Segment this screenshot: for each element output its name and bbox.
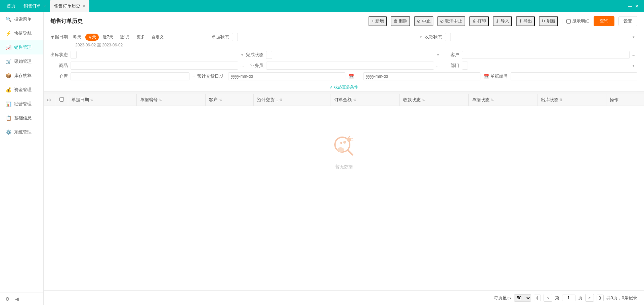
customer-label: 客户 bbox=[442, 52, 462, 58]
sidebar-item-basic-info[interactable]: 📋 基础信息 bbox=[0, 111, 43, 125]
sidebar-item-search-menu[interactable]: 🔍 搜索菜单 bbox=[0, 12, 43, 26]
close-window-button[interactable]: ✕ bbox=[635, 4, 639, 9]
product-label: 商品 bbox=[50, 63, 71, 69]
svg-point-4 bbox=[337, 147, 344, 152]
filter-group-customer: 客户 ··· bbox=[442, 51, 637, 59]
top-bar-right: — ✕ bbox=[628, 4, 641, 9]
date-tab-custom[interactable]: 自定义 bbox=[149, 34, 166, 41]
sidebar-item-operations[interactable]: 📊 经营管理 bbox=[0, 97, 43, 111]
department-select-wrapper bbox=[462, 62, 637, 70]
sidebar-item-system[interactable]: ⚙️ 系统管理 bbox=[0, 125, 43, 139]
date-tab-7days[interactable]: 近7天 bbox=[100, 34, 116, 41]
sidebar-item-quick-nav[interactable]: ⚡ 快捷导航 bbox=[0, 26, 43, 40]
print-button[interactable]: 🖨 打印 bbox=[469, 16, 489, 26]
empty-state: 暂无数据 bbox=[44, 106, 644, 197]
tab-sales-order[interactable]: 销售订单 ✕ bbox=[19, 0, 50, 12]
date-end-calendar-icon[interactable]: 📅 bbox=[482, 74, 490, 79]
close-history-tab[interactable]: ✕ bbox=[82, 4, 85, 8]
sidebar-label-system: 系统管理 bbox=[14, 129, 32, 135]
payment-status-select[interactable] bbox=[445, 33, 451, 41]
date-column-header[interactable]: 单据日期 ⇅ bbox=[68, 94, 137, 106]
product-input[interactable] bbox=[71, 62, 238, 70]
empty-text: 暂无数据 bbox=[335, 164, 353, 170]
number-column-header[interactable]: 单据编号 ⇅ bbox=[137, 94, 206, 106]
delete-button[interactable]: 🗑 删除 bbox=[391, 16, 411, 26]
checkbox-column-header bbox=[56, 94, 68, 106]
import-button[interactable]: ⤓ 导入 bbox=[493, 16, 512, 26]
sidebar-label-sales-mgmt: 销售管理 bbox=[14, 44, 32, 50]
sidebar-label-inventory: 库存核算 bbox=[14, 73, 32, 79]
delivery-status-column-header[interactable]: 出库状态 ⇅ bbox=[537, 94, 606, 106]
filter-area: 单据日期 昨天 今天 近7天 近1月 更多 自定义 单据状态 bbox=[50, 30, 637, 91]
top-bar: 首页 销售订单 ✕ 销售订单历史 ✕ — ✕ bbox=[0, 0, 644, 12]
filter-group-delivery-status: 出库状态 bbox=[50, 51, 246, 59]
date-sort-icon: ⇅ bbox=[90, 98, 93, 102]
payment-status-column-header[interactable]: 收款状态 ⇅ bbox=[400, 94, 469, 106]
per-page-select[interactable]: 50 10 20 100 bbox=[514, 294, 531, 302]
query-button[interactable]: 查询 bbox=[594, 16, 614, 26]
customer-dots[interactable]: ··· bbox=[630, 52, 637, 58]
warehouse-input[interactable] bbox=[71, 72, 189, 80]
order-status-sort-icon: ⇅ bbox=[491, 98, 494, 102]
order-status-select[interactable] bbox=[232, 33, 238, 41]
next-page-button[interactable]: ＞ bbox=[585, 294, 594, 302]
sidebar-bottom: ⚙ ◀ bbox=[0, 293, 43, 305]
expected-delivery-column-header[interactable]: 预计交货... ⇅ bbox=[253, 94, 331, 106]
last-page-button[interactable]: ⟫ bbox=[597, 295, 604, 301]
sidebar-settings-icon[interactable]: ⚙ bbox=[5, 296, 10, 302]
sidebar-label-quick-nav: 快捷导航 bbox=[14, 30, 32, 36]
salesperson-label: 业务员 bbox=[246, 63, 266, 69]
sidebar-item-sales-mgmt[interactable]: 📈 销售管理 bbox=[0, 40, 43, 54]
tab-home[interactable]: 首页 bbox=[3, 0, 19, 12]
cancel-stop-button[interactable]: ⊘ 取消中止 bbox=[437, 16, 465, 26]
page-title: 销售订单历史 bbox=[50, 18, 83, 25]
sidebar-label-purchase-mgmt: 采购管理 bbox=[14, 59, 32, 65]
collapse-row[interactable]: ∧ 收起更多条件 bbox=[50, 83, 637, 91]
first-page-button[interactable]: ⟪ bbox=[534, 295, 541, 301]
page-input[interactable] bbox=[562, 295, 575, 301]
sidebar-collapse-icon[interactable]: ◀ bbox=[15, 296, 19, 302]
stop-button[interactable]: ⊘ 中止 bbox=[414, 16, 433, 26]
content-area: 销售订单历史 + 新增 🗑 删除 ⊘ 中止 ⊘ 取消中止 🖨 打印 ⤓ 导入 ⤒… bbox=[44, 12, 644, 305]
pagination-bar: 每页显示 50 10 20 100 ⟪ ＜ 第 页 ＞ ⟫ 共0页，0条记录 bbox=[44, 290, 644, 305]
svg-line-6 bbox=[348, 136, 350, 138]
select-all-checkbox[interactable] bbox=[59, 97, 64, 102]
minimize-button[interactable]: — bbox=[628, 4, 632, 9]
finance-icon: 💰 bbox=[5, 87, 11, 92]
date-tab-yesterday[interactable]: 昨天 bbox=[71, 34, 84, 41]
order-status-label: 单据状态 bbox=[212, 34, 232, 40]
display-detail-checkbox[interactable] bbox=[566, 19, 571, 24]
warehouse-dots[interactable]: ··· bbox=[189, 74, 197, 79]
department-select[interactable] bbox=[462, 62, 468, 70]
set-button[interactable]: 设置 bbox=[618, 16, 637, 26]
action-column-header: 操作 bbox=[606, 94, 644, 106]
order-number-input[interactable] bbox=[511, 72, 637, 80]
date-tab-1month[interactable]: 近1月 bbox=[117, 34, 133, 41]
customer-input[interactable] bbox=[462, 51, 630, 59]
salesperson-dots[interactable]: ··· bbox=[434, 63, 442, 68]
tab-sales-order-history[interactable]: 销售订单历史 ✕ bbox=[50, 0, 89, 12]
close-sales-order-tab[interactable]: ✕ bbox=[43, 4, 46, 8]
delivery-status-select[interactable] bbox=[71, 51, 77, 59]
order-status-column-header[interactable]: 单据状态 ⇅ bbox=[468, 94, 537, 106]
system-icon: ⚙️ bbox=[5, 129, 11, 135]
delivery-date-start[interactable] bbox=[228, 72, 345, 80]
complete-status-select[interactable] bbox=[266, 51, 272, 59]
product-dots[interactable]: ··· bbox=[238, 63, 246, 68]
page-prefix: 第 bbox=[555, 295, 559, 301]
customer-column-header[interactable]: 客户 ⇅ bbox=[206, 94, 254, 106]
sidebar-item-purchase-mgmt[interactable]: 🛒 采购管理 bbox=[0, 54, 43, 69]
refresh-button[interactable]: ↻ 刷新 bbox=[539, 16, 558, 26]
settings-column-header[interactable]: ⚙ bbox=[44, 94, 56, 106]
amount-column-header[interactable]: 订单金额 ⇅ bbox=[331, 94, 400, 106]
date-tab-today[interactable]: 今天 bbox=[85, 34, 99, 41]
salesperson-input[interactable] bbox=[266, 62, 434, 70]
new-button[interactable]: + 新增 bbox=[369, 16, 386, 26]
prev-page-button[interactable]: ＜ bbox=[544, 294, 552, 302]
delivery-date-end[interactable] bbox=[363, 72, 480, 80]
sidebar-label-finance: 资金管理 bbox=[14, 87, 32, 93]
sidebar-item-finance[interactable]: 💰 资金管理 bbox=[0, 83, 43, 97]
sidebar-item-inventory[interactable]: 📦 库存核算 bbox=[0, 69, 43, 83]
date-tab-more[interactable]: 更多 bbox=[134, 34, 147, 41]
export-button[interactable]: ⤒ 导出 bbox=[516, 16, 535, 26]
